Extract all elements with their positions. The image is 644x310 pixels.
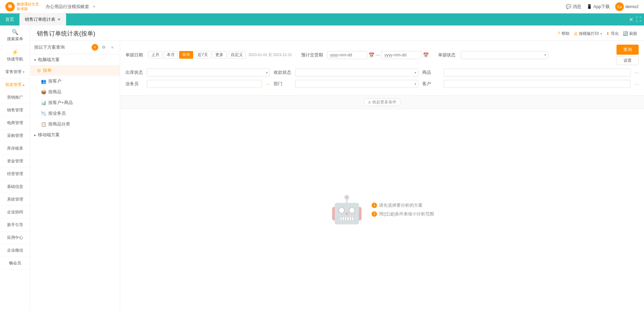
expected-date-start[interactable] <box>327 51 367 59</box>
sidebar-item-appstore[interactable]: 应用中心 <box>0 231 30 244</box>
dept-select[interactable] <box>295 80 418 88</box>
date-btn-last-month[interactable]: 上月 <box>148 51 162 59</box>
expected-date-end[interactable] <box>381 51 422 59</box>
salesman-input[interactable] <box>147 80 262 88</box>
app-icon: 📱 <box>587 4 592 9</box>
query-btn-area: 查询 设置 <box>616 45 639 65</box>
left-panel: 按以下方案查询 + ⚙ « ▾ 电脑端方案 ⊙ 按单 👥 按客户 <box>30 41 120 310</box>
by-cust-prod-icon: 📊 <box>41 100 46 105</box>
sidebar-item-inventory[interactable]: 库存核算 <box>0 142 30 155</box>
sidebar-item-sales[interactable]: 销售管理 <box>0 104 30 117</box>
salesman-more-icon[interactable]: ··· <box>266 81 270 87</box>
calendar-icon-end[interactable]: 📅 <box>423 52 429 58</box>
sidebar-item-purchase[interactable]: 采购管理 <box>0 130 30 142</box>
sidebar-item-basic[interactable]: 基础信息 <box>0 180 30 193</box>
by-product-icon: 📦 <box>41 90 46 95</box>
date-btn-this-year[interactable]: 本年 <box>179 51 193 59</box>
tree-section-pc[interactable]: ▾ 电脑端方案 <box>30 54 120 65</box>
date-btn-this-month[interactable]: 本月 <box>164 51 178 59</box>
customer-section: 客户 ··· <box>422 80 639 88</box>
payment-section: 收款状态 ▾ <box>274 68 418 76</box>
scheme-settings-button[interactable]: ⚙ <box>100 44 107 51</box>
filter-row-1: 单据日期 上月 本月 本年 近7天 更多 自定义 2023-01-01 至 20… <box>125 45 639 65</box>
page-actions: ? 帮助 🖨 按模板打印 ▾ ⬇ 导出 🔄 刷新 <box>558 31 637 37</box>
user-menu[interactable]: Ea demo2 <box>615 2 639 11</box>
export-button[interactable]: ⬇ 导出 <box>606 31 619 37</box>
tree-item-by-customer[interactable]: 👥 按客户 <box>30 76 120 87</box>
dept-select-wrap: ▾ <box>295 80 418 88</box>
date-btn-custom[interactable]: 自定义 <box>228 51 246 59</box>
date-btn-7days[interactable]: 近7天 <box>195 51 211 59</box>
help-button[interactable]: ? 帮助 <box>558 31 570 37</box>
right-panel: 单据日期 上月 本月 本年 近7天 更多 自定义 2023-01-01 至 20… <box>120 41 644 310</box>
goods-more-icon[interactable]: ··· <box>635 70 639 75</box>
inner-layout: 按以下方案查询 + ⚙ « ▾ 电脑端方案 ⊙ 按单 👥 按客户 <box>30 41 644 310</box>
salesman-label: 业务员 <box>125 81 144 87</box>
customer-more-icon[interactable]: ··· <box>635 81 639 87</box>
tab-close-all-icon[interactable]: ✕ <box>629 16 633 23</box>
tab-home[interactable]: 首页 <box>0 13 19 25</box>
tree-section-pc-label: 电脑端方案 <box>38 57 60 63</box>
refresh-button[interactable]: 🔄 刷新 <box>623 31 637 37</box>
sidebar-item-ecommerce[interactable]: 电商管理 <box>0 117 30 130</box>
app-download-button[interactable]: 📱 App下载 <box>587 4 610 10</box>
outbound-select-wrap: ▾ <box>147 68 270 76</box>
sidebar-item-system[interactable]: 系统管理 <box>0 193 30 206</box>
by-category-icon: 📋 <box>41 122 46 127</box>
sidebar-item-retail[interactable]: 零售管理 ▾ <box>0 66 30 79</box>
tree-item-by-salesman[interactable]: 📉 按业务员 <box>30 108 120 119</box>
status-label: 单据状态 <box>438 52 457 58</box>
outbound-select[interactable] <box>147 68 270 76</box>
by-order-icon: ⊙ <box>37 68 41 73</box>
tree-item-by-order[interactable]: ⊙ 按单 <box>30 65 120 76</box>
goods-section: 商品 ··· <box>422 68 639 76</box>
page-header: 销售订单统计表(按单) ? 帮助 🖨 按模板打印 ▾ ⬇ 导出 🔄 刷新 <box>30 25 644 41</box>
sidebar-item-wechat[interactable]: 企业微信 <box>0 244 30 257</box>
tree-section-mobile[interactable]: ▸ 移动端方案 <box>30 130 120 140</box>
tree-item-by-product[interactable]: 📦 按商品 <box>30 87 120 97</box>
sidebar-item-search[interactable]: 🔍 搜索菜单 <box>0 25 30 46</box>
sidebar-item-corp[interactable]: 企业协同 <box>0 206 30 219</box>
payment-select[interactable] <box>295 68 418 76</box>
filter-row-2: 出库状态 ▾ 收款状态 <box>125 68 639 76</box>
tab-expand-icon[interactable]: ⛶ <box>636 16 641 23</box>
empty-tip-1: 1 请先选择要分析的方案 <box>372 202 434 208</box>
logo-icon: 畅 <box>5 2 15 11</box>
sidebar: 🔍 搜索菜单 ⚡ 快捷导航 零售管理 ▾ 批发管理 ▴ 营销推广 销售管理 电商… <box>0 25 30 310</box>
payment-select-wrap: ▾ <box>295 68 418 76</box>
date-dash: — <box>376 52 380 57</box>
sidebar-item-finance[interactable]: 资金管理 <box>0 155 30 168</box>
date-btn-more[interactable]: 更多 <box>212 51 226 59</box>
search-icon: 🔍 <box>12 29 18 35</box>
empty-tips: 1 请先选择要分析的方案 2 用[过滤]条件来缩小分析范围 <box>372 202 434 217</box>
workspace-dropdown-icon[interactable]: ▾ <box>93 5 95 8</box>
collapse-bar[interactable]: ∧ 收起更多条件 <box>120 96 644 109</box>
settings-button[interactable]: 设置 <box>616 56 639 65</box>
tree-item-by-cust-prod[interactable]: 📊 按客户+商品 <box>30 97 120 108</box>
sidebar-item-marketing[interactable]: 营销推广 <box>0 91 30 104</box>
goods-input[interactable] <box>444 68 631 76</box>
collapse-panel-button[interactable]: « <box>109 44 116 51</box>
query-button[interactable]: 查询 <box>616 45 639 55</box>
filter-row-3: 业务员 ··· 部门 ▾ <box>125 80 639 88</box>
collapse-label: 收起更多条件 <box>372 99 396 105</box>
tree-item-by-category[interactable]: 📋 按商品分类 <box>30 119 120 130</box>
template-print-button[interactable]: 🖨 按模板打印 ▾ <box>574 31 602 37</box>
messages-button[interactable]: 💬 消息 <box>566 4 581 10</box>
print-arrow-icon: ▾ <box>600 32 602 36</box>
tab-close-icon[interactable]: ✕ <box>57 17 61 22</box>
quick-nav-icon: ⚡ <box>12 49 18 55</box>
sidebar-item-member[interactable]: 畅会员 <box>0 257 30 270</box>
sidebar-item-quick-nav[interactable]: ⚡ 快捷导航 <box>0 46 30 66</box>
status-select[interactable] <box>461 51 548 59</box>
customer-input[interactable] <box>444 80 631 88</box>
sidebar-item-newbie[interactable]: 新手引导 <box>0 219 30 231</box>
avatar: Ea <box>615 2 624 11</box>
add-scheme-button[interactable]: + <box>92 44 98 51</box>
by-salesman-icon: 📉 <box>41 111 46 116</box>
sidebar-item-operation[interactable]: 经营管理 <box>0 168 30 180</box>
tab-sales-stat[interactable]: 销售订单统计表 ✕ <box>19 13 66 25</box>
by-customer-icon: 👥 <box>41 79 46 84</box>
calendar-icon-start[interactable]: 📅 <box>369 52 374 58</box>
sidebar-item-wholesale[interactable]: 批发管理 ▴ <box>0 79 30 91</box>
